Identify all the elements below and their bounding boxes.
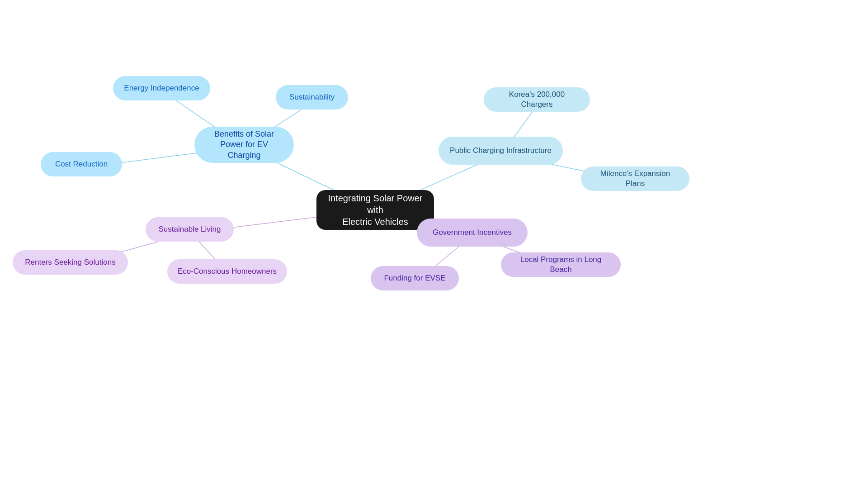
center-node[interactable]: Integrating Solar Power with Electric Ve…: [316, 190, 434, 230]
public-charging-node[interactable]: Public Charging Infrastructure: [439, 137, 563, 165]
milence-expansion-node[interactable]: Milence's Expansion Plans: [581, 167, 689, 191]
sustainability-node[interactable]: Sustainability: [276, 85, 348, 109]
local-programs-node[interactable]: Local Programs in Long Beach: [501, 252, 621, 277]
koreas-chargers-node[interactable]: Korea's 200,000 Chargers: [484, 87, 590, 112]
benefits-node[interactable]: Benefits of Solar Power for EV Charging: [194, 127, 294, 163]
funding-evse-node[interactable]: Funding for EVSE: [371, 266, 459, 290]
eco-homeowners-node[interactable]: Eco-Conscious Homeowners: [167, 259, 287, 284]
sustainable-living-node[interactable]: Sustainable Living: [146, 217, 234, 242]
energy-independence-node[interactable]: Energy Independence: [113, 76, 210, 100]
cost-reduction-node[interactable]: Cost Reduction: [41, 152, 122, 176]
government-incentives-node[interactable]: Government Incentives: [417, 219, 528, 247]
renters-seeking-node[interactable]: Renters Seeking Solutions: [13, 250, 128, 275]
